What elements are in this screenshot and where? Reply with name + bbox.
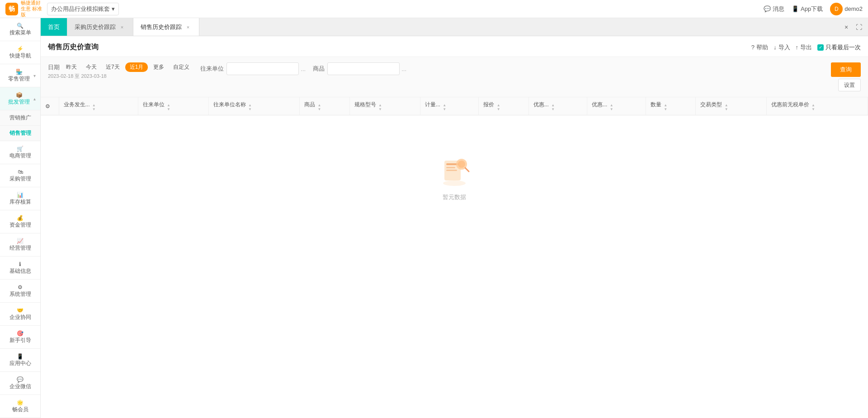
tab-home[interactable]: 首页 (41, 18, 67, 36)
product-dots-button[interactable]: ... (401, 66, 406, 72)
sidebar-item-guide[interactable]: 🎯 新手引导 (0, 326, 40, 349)
sidebar-item-label: 批发管理 (8, 98, 30, 106)
table-col-product[interactable]: 商品 ▲▼ (300, 97, 350, 115)
table-col-quantity[interactable]: 数量 ▲▼ (646, 97, 696, 115)
retail-icon: 🏪 (16, 69, 23, 75)
sidebar-item-label: 畅会员 (12, 406, 28, 413)
sidebar-sub-item-marketing[interactable]: 营销推广 (0, 110, 40, 126)
message-icon: 💬 (764, 5, 771, 12)
date-btn-today[interactable]: 今天 (82, 62, 100, 72)
gear-icon: ⚙ (45, 103, 50, 109)
export-button[interactable]: ↑ 导出 (796, 43, 812, 52)
table-col-biz-date[interactable]: 业务发生... ▲▼ (59, 97, 138, 115)
partner-input[interactable] (226, 62, 299, 75)
svg-point-6 (458, 161, 465, 168)
table-col-spec[interactable]: 规格型号 ▲▼ (349, 97, 420, 115)
table-col-settings[interactable]: ⚙ (41, 97, 59, 115)
sidebar-item-label: 搜索菜单 (9, 29, 31, 37)
sidebar-item-member[interactable]: 🌟 畅会员 (0, 395, 40, 418)
sidebar-item-enterprise-collab[interactable]: 🤝 企业协同 (0, 303, 40, 326)
empty-icon (436, 152, 472, 188)
sidebar: 🔍 搜索菜单 ⚡ 快捷导航 🏪 零售管理 ▾ 📦 批发管理 ▴ 营销推广 销售管… (0, 18, 41, 418)
sidebar-item-enterprise-wechat[interactable]: 💬 企业微信 (0, 372, 40, 395)
table-col-trade-type[interactable]: 交易类型 ▲▼ (696, 97, 766, 115)
sort-icons: ▲▼ (664, 103, 667, 111)
sidebar-item-app-center[interactable]: 📱 应用中心 (0, 349, 40, 372)
filter-right-actions: 查询 设置 (831, 62, 861, 91)
tab-sales-history[interactable]: 销售历史价跟踪 × (133, 18, 199, 36)
help-button[interactable]: ? 帮助 (751, 43, 768, 52)
sidebar-item-retail-manage[interactable]: 🏪 零售管理 ▾ (0, 64, 40, 87)
sort-icons: ▲▼ (725, 103, 728, 111)
fullscreen-button[interactable]: ⛶ (854, 22, 864, 33)
tab-close-sales[interactable]: × (184, 24, 192, 31)
table-col-quote[interactable]: 报价 ▲▼ (479, 97, 529, 115)
only-last-checkbox-label[interactable]: ✓ 只看最后一次 (817, 43, 861, 52)
ecommerce-icon: 🛒 (17, 146, 24, 152)
message-button[interactable]: 💬 消息 (764, 5, 784, 13)
content-area: 首页 采购历史价跟踪 × 销售历史价跟踪 × × ⛶ 销售历史价查询 (41, 18, 868, 418)
page-title: 销售历史价查询 (48, 43, 99, 52)
logo-area: 畅 畅捷通好生意 标准版 (5, 0, 43, 18)
sidebar-sub-item-sales-manage[interactable]: 销售管理 (0, 126, 40, 141)
app-center-icon: 📱 (17, 353, 24, 360)
close-all-tabs-button[interactable]: × (841, 22, 852, 33)
date-btn-yesterday[interactable]: 昨天 (62, 62, 80, 72)
sidebar-item-search-menu[interactable]: 🔍 搜索菜单 (0, 18, 40, 41)
sidebar-item-operation[interactable]: 📈 经营管理 (0, 233, 40, 256)
sidebar-item-fund-manage[interactable]: 💰 资金管理 (0, 210, 40, 233)
page-content: 销售历史价查询 ? 帮助 ↓ 导入 ↑ 导出 ✓ (41, 36, 868, 418)
sidebar-item-purchase-manage[interactable]: 🛍 采购管理 (0, 164, 40, 187)
product-input[interactable] (327, 62, 400, 75)
partner-input-area: ... (226, 62, 306, 75)
date-btn-1month[interactable]: 近1月 (125, 62, 148, 72)
user-menu[interactable]: D demo2 (830, 3, 863, 15)
nav-icon: ⚡ (17, 46, 24, 52)
collab-icon: 🤝 (17, 307, 24, 314)
topbar-right: 💬 消息 📱 App下载 D demo2 (764, 3, 863, 15)
table-col-discount2[interactable]: 优惠... ▲▼ (587, 97, 646, 115)
tab-close-purchase[interactable]: × (118, 24, 126, 31)
table-col-discount1[interactable]: 优惠... ▲▼ (528, 97, 587, 115)
avatar: D (830, 3, 843, 15)
import-label: 导入 (778, 43, 790, 52)
export-icon: ↑ (796, 44, 799, 51)
chevron-down-icon: ▾ (33, 73, 36, 78)
sidebar-item-inventory[interactable]: 📊 库存核算 (0, 187, 40, 210)
sort-icons: ▲▼ (811, 103, 815, 111)
date-btn-more[interactable]: 更多 (150, 62, 168, 72)
question-icon: ? (751, 44, 755, 51)
sidebar-item-wholesale-manage[interactable]: 📦 批发管理 ▴ (0, 87, 40, 110)
svg-rect-3 (446, 167, 455, 168)
import-button[interactable]: ↓ 导入 (774, 43, 790, 52)
export-label: 导出 (800, 43, 812, 52)
sort-icons: ▲▼ (610, 103, 613, 111)
partner-dots-button[interactable]: ... (301, 66, 306, 72)
sidebar-item-label: 电商管理 (9, 152, 31, 160)
topbar-left: 畅 畅捷通好生意 标准版 办公用品行业模拟账套 ▾ (5, 0, 119, 18)
svg-rect-4 (446, 170, 457, 171)
tab-purchase-history[interactable]: 采购历史价跟踪 × (67, 18, 133, 36)
sidebar-item-ecommerce[interactable]: 🛒 电商管理 (0, 141, 40, 164)
sort-icons: ▲▼ (443, 103, 446, 111)
table-col-partner-name[interactable]: 往来单位名称 ▲▼ (208, 97, 300, 115)
date-btn-7days[interactable]: 近7天 (102, 62, 123, 72)
sidebar-item-basic-info[interactable]: ℹ 基础信息 (0, 256, 40, 280)
setting-button[interactable]: 设置 (838, 79, 861, 91)
query-button[interactable]: 查询 (831, 62, 861, 77)
page-header-actions: ? 帮助 ↓ 导入 ↑ 导出 ✓ 只看最后一次 (751, 43, 861, 52)
sort-icons: ▲▼ (551, 103, 555, 111)
company-selector[interactable]: 办公用品行业模拟账套 ▾ (47, 3, 119, 15)
search-icon: 🔍 (17, 23, 24, 29)
sidebar-item-system-manage[interactable]: ⚙ 系统管理 (0, 280, 40, 303)
sidebar-item-content: 🏪 零售管理 (5, 69, 33, 83)
table-col-unit[interactable]: 计量... ▲▼ (420, 97, 479, 115)
date-btn-custom[interactable]: 自定义 (170, 62, 193, 72)
sidebar-item-quick-nav[interactable]: ⚡ 快捷导航 (0, 41, 40, 64)
table-col-partner-code[interactable]: 往来单位 ▲▼ (138, 97, 208, 115)
table-header: ⚙ 业务发生... ▲▼ 往来单位 ▲▼ 往来单位名称 (41, 97, 868, 115)
sidebar-item-label: 库存核算 (9, 198, 31, 206)
app-download-button[interactable]: 📱 App下载 (792, 5, 823, 13)
inventory-icon: 📊 (17, 192, 24, 198)
table-col-pretax-price[interactable]: 优惠前无税单价 ▲▼ (766, 97, 868, 115)
